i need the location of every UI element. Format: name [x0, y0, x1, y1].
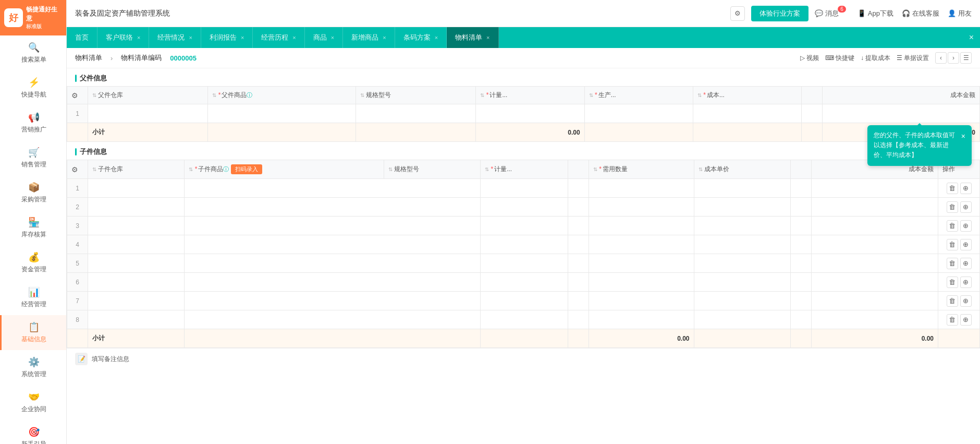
child-product-6[interactable] — [185, 273, 481, 292]
child-delete-2[interactable]: 🗑 — [947, 201, 958, 213]
sidebar-item-guide[interactable]: 🎯 新手引导 — [0, 420, 66, 444]
child-copy-5[interactable]: ⊕ — [960, 258, 972, 269]
grid-settings-icon[interactable]: ⚙ — [71, 91, 78, 100]
parent-unit-1[interactable] — [476, 104, 584, 123]
child-delete-7[interactable]: 🗑 — [947, 295, 958, 307]
child-unit-4[interactable] — [481, 235, 568, 254]
child-copy-3[interactable]: ⊕ — [960, 220, 972, 232]
child-delete-1[interactable]: 🗑 — [947, 183, 958, 194]
child-product-7[interactable] — [185, 292, 481, 310]
breadcrumb-bom[interactable]: 物料清单 — [75, 53, 102, 63]
prev-record[interactable]: ‹ — [935, 52, 947, 64]
child-qty-5[interactable] — [589, 254, 694, 273]
child-copy-1[interactable]: ⊕ — [960, 183, 972, 194]
parent-warehouse-1[interactable] — [88, 104, 208, 123]
child-warehouse-2[interactable] — [88, 198, 185, 217]
child-product-8[interactable] — [185, 310, 481, 329]
parent-product-1[interactable] — [208, 104, 356, 123]
tab-history-close[interactable]: × — [292, 34, 296, 41]
tab-history[interactable]: 经营历程 × — [253, 27, 304, 48]
bottom-label[interactable]: 填写备注信息 — [92, 355, 129, 364]
child-unit-8[interactable] — [481, 310, 568, 329]
child-delete-8[interactable]: 🗑 — [947, 314, 958, 326]
scan-btn[interactable]: 扫码录入 — [231, 164, 262, 174]
parent-th-settings[interactable]: ⚙ — [67, 87, 88, 104]
child-delete-4[interactable]: 🗑 — [947, 239, 958, 250]
app-download-action[interactable]: 📱 App下载 — [858, 9, 893, 18]
tab-customer-close[interactable]: × — [137, 34, 140, 41]
sidebar-item-basicinfo[interactable]: 📋 基础信息 — [0, 315, 66, 350]
child-copy-7[interactable]: ⊕ — [960, 295, 972, 307]
child-product-1[interactable] — [185, 179, 481, 198]
next-record[interactable]: › — [948, 52, 959, 64]
child-warehouse-8[interactable] — [88, 310, 185, 329]
tab-customer[interactable]: 客户联络 × — [97, 27, 149, 48]
settings-icon[interactable]: ⚙ — [730, 6, 745, 21]
tab-home[interactable]: 首页 — [67, 27, 97, 48]
child-warehouse-5[interactable] — [88, 254, 185, 273]
extract-cost-action[interactable]: ↓ 提取成本 — [861, 54, 890, 63]
tab-bom[interactable]: 物料清单 × — [447, 27, 498, 48]
child-unit-6[interactable] — [481, 273, 568, 292]
sidebar-item-inventory[interactable]: 🏪 库存核算 — [0, 210, 66, 245]
close-all-tabs[interactable]: × — [963, 27, 980, 48]
parent-cost-1[interactable] — [693, 104, 801, 123]
tab-new-product[interactable]: 新增商品 × — [343, 27, 395, 48]
child-grid-icon[interactable]: ⚙ — [71, 165, 78, 174]
child-product-3[interactable] — [185, 217, 481, 235]
sidebar-item-quicknav[interactable]: ⚡ 快捷导航 — [0, 70, 66, 105]
child-unitcost-1[interactable] — [694, 179, 790, 198]
sidebar-item-finance[interactable]: 💰 资金管理 — [0, 245, 66, 280]
child-warehouse-1[interactable] — [88, 179, 185, 198]
child-qty-3[interactable] — [589, 217, 694, 235]
single-settings-action[interactable]: ☰ 单据设置 — [897, 54, 929, 63]
child-unit-5[interactable] — [481, 254, 568, 273]
child-copy-6[interactable]: ⊕ — [960, 277, 972, 288]
child-copy-4[interactable]: ⊕ — [960, 239, 972, 250]
tab-bom-close[interactable]: × — [486, 34, 489, 41]
child-th-settings[interactable]: ⚙ — [67, 160, 88, 179]
child-qty-7[interactable] — [589, 292, 694, 310]
online-service-action[interactable]: 🎧 在线客服 — [902, 9, 939, 18]
child-qty-6[interactable] — [589, 273, 694, 292]
tab-operations[interactable]: 经营情况 × — [149, 27, 201, 48]
child-unitcost-3[interactable] — [694, 217, 790, 235]
child-delete-6[interactable]: 🗑 — [947, 277, 958, 288]
child-product-5[interactable] — [185, 254, 481, 273]
tab-operations-close[interactable]: × — [189, 34, 192, 41]
child-delete-3[interactable]: 🗑 — [947, 220, 958, 232]
view-action[interactable]: ▷ 视频 — [800, 54, 819, 63]
sidebar-item-sales[interactable]: 🛒 销售管理 — [0, 140, 66, 175]
child-warehouse-4[interactable] — [88, 235, 185, 254]
sidebar-item-collab[interactable]: 🤝 企业协同 — [0, 385, 66, 420]
note-icon[interactable]: 📝 — [75, 353, 88, 365]
tab-barcode-close[interactable]: × — [435, 34, 438, 41]
tooltip-close-btn[interactable]: × — [961, 130, 965, 142]
tab-product[interactable]: 商品 × — [305, 27, 343, 48]
parent-spec-1[interactable] — [356, 104, 476, 123]
child-unitcost-4[interactable] — [694, 235, 790, 254]
child-copy-2[interactable]: ⊕ — [960, 201, 972, 213]
tab-barcode[interactable]: 条码方案 × — [395, 27, 447, 48]
tab-profit[interactable]: 利润报告 × — [201, 27, 253, 48]
child-unit-3[interactable] — [481, 217, 568, 235]
sidebar-item-marketing[interactable]: 📢 营销推广 — [0, 105, 66, 140]
child-warehouse-7[interactable] — [88, 292, 185, 310]
child-unitcost-8[interactable] — [694, 310, 790, 329]
child-qty-2[interactable] — [589, 198, 694, 217]
child-copy-8[interactable]: ⊕ — [960, 314, 972, 326]
child-delete-5[interactable]: 🗑 — [947, 258, 958, 269]
grid-view[interactable]: ☰ — [960, 52, 972, 64]
child-unitcost-6[interactable] — [694, 273, 790, 292]
trial-btn[interactable]: 体验行业方案 — [751, 6, 808, 21]
child-qty-4[interactable] — [589, 235, 694, 254]
child-unitcost-2[interactable] — [694, 198, 790, 217]
child-unitcost-5[interactable] — [694, 254, 790, 273]
child-qty-8[interactable] — [589, 310, 694, 329]
sidebar-item-search[interactable]: 🔍 搜索菜单 — [0, 35, 66, 70]
child-unit-2[interactable] — [481, 198, 568, 217]
user-action[interactable]: 👤 用友 — [948, 9, 972, 18]
child-warehouse-3[interactable] — [88, 217, 185, 235]
child-unitcost-7[interactable] — [694, 292, 790, 310]
child-unit-1[interactable] — [481, 179, 568, 198]
